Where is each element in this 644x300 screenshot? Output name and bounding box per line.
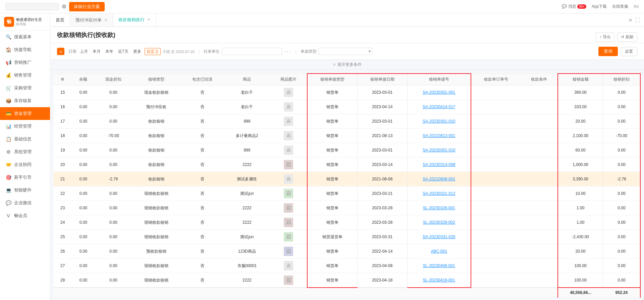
sidebar-item-label: 采购管理 (14, 85, 32, 91)
cell-cancel-doc-no[interactable]: SL-20230328-001 (407, 201, 471, 215)
export-button[interactable]: ↑ 导出 (596, 33, 614, 42)
cell-cash-discount: 0.00 (95, 85, 132, 100)
cell-receipt-order-no (471, 273, 521, 288)
sidebar-item-inventory[interactable]: 📦 库存核算 (0, 94, 50, 107)
cell-cancel-doc-no[interactable]: SL-20230418-001 (407, 273, 471, 288)
date-opt-this-month[interactable]: 本月 (91, 48, 102, 55)
cell-cancel-doc-no[interactable]: SA-20230314-008 (407, 158, 471, 172)
tab-close-icon[interactable]: ✕ (629, 17, 633, 23)
settings-icon[interactable]: ⚙ (61, 77, 64, 82)
tab-receivable-close[interactable]: ✕ (147, 17, 150, 22)
table-scroll-wrap[interactable]: ⚙ 余额 现金折扣 核销类型 包含已结清 商品 商品图片 核销单据类型 核销单据… (50, 70, 644, 298)
cell-cancel-amount: 3,390.00 (558, 172, 603, 186)
sidebar-item-purchase[interactable]: 🛒 采购管理 (0, 82, 50, 94)
footer-total-discount: 952.24 (603, 288, 640, 298)
cell-cancel-doc-date: 2022-04-14 (357, 244, 407, 259)
refresh-button[interactable]: ↺ 刷新 (617, 33, 637, 42)
cell-receipt-condition (521, 172, 558, 186)
cell-cancel-doc-no[interactable]: SA-20210813-001 (407, 129, 471, 143)
expand-conditions-bar[interactable]: ∨ 展开更多条件 (50, 60, 644, 70)
top-search-input[interactable] (5, 3, 59, 10)
sidebar-item-label: 营销推广 (14, 59, 32, 66)
sidebar-item-label: 企业微信 (14, 200, 32, 206)
tab-home[interactable]: 首页 (50, 13, 70, 27)
tab-prepay-close[interactable]: ✕ (104, 18, 107, 22)
cell-cancel-doc-no[interactable]: SA-20230301-010 (407, 143, 471, 158)
sidebar-item-basic[interactable]: 📋 基础信息 (0, 133, 50, 145)
cell-cancel-doc-no[interactable]: SA-20230414-017 (407, 100, 471, 114)
sidebar-item-member[interactable]: V 畅会员 (0, 209, 50, 222)
cell-cash-discount: 0.00 (95, 114, 132, 129)
table-row: 28 0.00 0.00 现销收款核销 否 2222 🖼 销货单 2023-04… (54, 273, 640, 288)
query-button[interactable]: 查询 (598, 47, 618, 56)
main-content: 首页 预付冲应付单 ✕ 收款核销执行 ✕ ✕ ⛶ 收款核销执行(按收款) (50, 13, 644, 300)
sidebar-item-wechat[interactable]: 💬 企业微信 (0, 197, 50, 209)
sidebar-item-label: 畅会员 (14, 213, 27, 219)
date-opt-7days[interactable]: 近7天 (117, 48, 130, 55)
cell-num: 24 (54, 215, 71, 230)
cell-cancel-doc-no[interactable]: SA-20230331-026 (407, 230, 471, 244)
cell-cancel-doc-type: 销货单 (307, 201, 357, 215)
sidebar-item-fund[interactable]: 💳 资金管理 (0, 107, 50, 120)
cell-cancel-type: 现销收款核销 (131, 230, 181, 244)
cell-goods: 测试jun (224, 230, 270, 244)
cell-cancel-doc-no[interactable]: SA-20210808-001 (407, 172, 471, 186)
page-header-actions: ↑ 导出 ↺ 刷新 (596, 33, 637, 42)
cell-cancel-discount: -70.00 (603, 129, 640, 143)
sidebar-item-quick[interactable]: 🏠 快捷导航 (0, 43, 50, 56)
cell-cancel-doc-no[interactable]: SA-20230301-001 (407, 85, 471, 100)
app-download-link[interactable]: App下载 (592, 4, 607, 9)
cell-goods: 999 (224, 143, 270, 158)
date-opt-last-month[interactable]: 上月 (78, 48, 89, 55)
sidebar-item-system[interactable]: ⚙ 系统管理 (0, 145, 50, 158)
cell-cancel-type: 现销收款核销 (131, 201, 181, 215)
doctype-select[interactable] (319, 48, 372, 55)
sidebar-item-guide[interactable]: 🎯 新手引导 (0, 171, 50, 184)
industry-solution-button[interactable]: 体验行业方案 (69, 2, 105, 11)
system-icon: ⚙ (5, 149, 11, 155)
sidebar-item-marketing[interactable]: 📢 营销推广 (0, 56, 50, 69)
cell-cancel-doc-date: 2023-03-21 (357, 186, 407, 201)
cell-cancel-amount: 100.00 (558, 273, 603, 288)
cell-cancel-doc-date: 2021-08-13 (357, 129, 407, 143)
cell-goods-img: 🖼 (270, 273, 307, 288)
gear-icon[interactable]: ⚙ (62, 3, 66, 10)
cell-cancel-type: 现销收款核销 (131, 215, 181, 230)
sidebar-item-hardware[interactable]: 💻 智能硬件 (0, 184, 50, 197)
cell-cancel-doc-date: 2021-08-08 (357, 172, 407, 186)
sidebar-item-operations[interactable]: 📊 经营管理 (0, 120, 50, 133)
cell-cancel-discount: 0.00 (603, 114, 640, 129)
date-opt-this-year[interactable]: 本年 (104, 48, 115, 55)
sidebar-item-search[interactable]: 🔍 搜索菜单 (0, 31, 50, 43)
cell-includes-settled: 否 (181, 114, 224, 129)
message-icon[interactable]: 💬 消息 99+ (562, 4, 586, 9)
cell-cancel-doc-no[interactable]: SL-20230408-001 (407, 259, 471, 273)
setting-button[interactable]: 设置 (621, 47, 637, 56)
cell-cancel-doc-no[interactable]: ABC-001 (407, 244, 471, 259)
cell-cash-discount: 0.00 (95, 158, 132, 172)
tab-prepay[interactable]: 预付冲应付单 ✕ (70, 13, 113, 27)
cell-cancel-doc-no[interactable]: SA-20230321-012 (407, 186, 471, 201)
page-header: 收款核销执行(按收款) ↑ 导出 ↺ 刷新 (50, 27, 644, 43)
cell-cancel-doc-type: 销货单 (307, 158, 357, 172)
tab-expand-icon[interactable]: ⛶ (635, 17, 640, 23)
sidebar-item-sales[interactable]: 💰 销售管理 (0, 69, 50, 82)
export-icon: ↑ (599, 35, 601, 39)
cell-includes-settled: 否 (181, 273, 224, 288)
tab-receivable[interactable]: 收款核销执行 ✕ (113, 13, 156, 27)
filter-expand-button[interactable]: » (57, 48, 64, 55)
th-settings[interactable]: ⚙ (54, 74, 71, 85)
date-opt-custom[interactable]: 自定义 (145, 48, 161, 55)
partner-dots[interactable]: ··· (284, 48, 291, 55)
partner-input[interactable] (222, 48, 282, 55)
sidebar-item-label: 新手引导 (14, 174, 32, 180)
online-service-link[interactable]: 在线客服 (612, 4, 628, 9)
cell-receipt-condition (521, 244, 558, 259)
date-opt-more[interactable]: 更多 (132, 48, 143, 55)
sidebar-item-enterprise[interactable]: 🤝 企业协同 (0, 158, 50, 171)
cell-cancel-doc-no[interactable]: SA-20230301-010 (407, 114, 471, 129)
cell-cancel-doc-no[interactable]: SL-20230328-002 (407, 215, 471, 230)
cell-cancel-doc-date: 2023-04-14 (357, 100, 407, 114)
cell-receipt-order-no (471, 129, 521, 143)
cell-receipt-condition (521, 186, 558, 201)
